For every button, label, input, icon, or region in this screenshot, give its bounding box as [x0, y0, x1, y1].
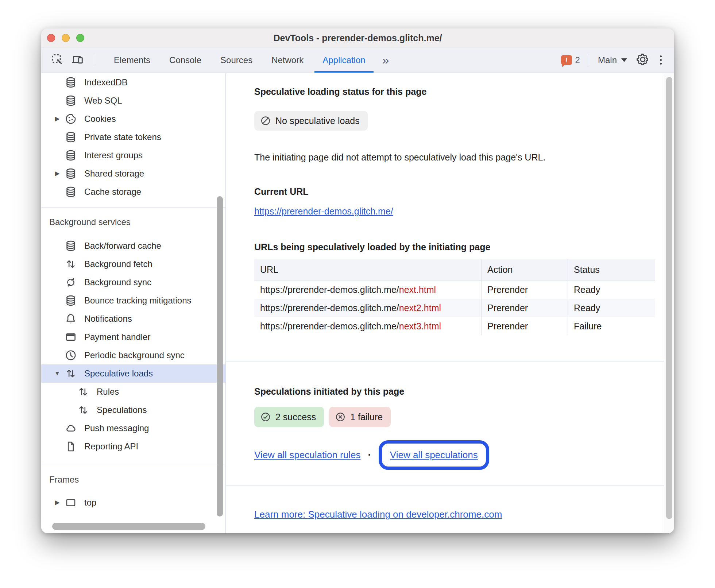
payment-card-icon	[65, 331, 77, 343]
sidebar-item-background-fetch[interactable]: Background fetch	[41, 255, 225, 273]
background-services-header: Background services	[49, 217, 131, 227]
sidebar-item-shared-storage[interactable]: ▶ Shared storage	[41, 165, 225, 183]
section-divider	[226, 486, 664, 486]
settings-button[interactable]	[636, 53, 650, 68]
sidebar-item-cookies[interactable]: ▶ Cookies	[41, 110, 225, 128]
sidebar-item-cache-storage[interactable]: Cache storage	[41, 183, 225, 201]
url-file-name: next3.html	[399, 321, 441, 332]
gear-icon	[636, 61, 650, 67]
customize-devtools-button[interactable]	[658, 54, 663, 66]
database-icon	[65, 76, 77, 89]
inspect-element-button[interactable]	[48, 51, 66, 69]
device-toolbar-icon	[71, 53, 85, 68]
chevron-down-icon: ▼	[53, 364, 61, 383]
sidebar-item-background-sync[interactable]: Background sync	[41, 273, 225, 291]
error-badge-icon: !	[561, 55, 572, 65]
cookie-icon	[65, 113, 77, 125]
sidebar-item-reporting-api[interactable]: Reporting API	[41, 437, 225, 456]
status-note: The initiating page did not attempt to s…	[254, 152, 545, 163]
database-icon	[65, 186, 77, 198]
up-down-arrows-icon	[65, 258, 77, 270]
frame-icon	[65, 496, 77, 509]
console-errors-button[interactable]: ! 2	[561, 55, 580, 65]
sidebar-item-indexeddb[interactable]: IndexedDB	[41, 73, 225, 92]
speculative-loads-panel: Speculative loading status for this page…	[225, 73, 674, 533]
highlight-annotation-box: View all speculations	[379, 440, 489, 470]
sidebar-item-websql[interactable]: Web SQL	[41, 92, 225, 110]
sync-arrows-icon	[65, 276, 77, 289]
table-row: https://prerender-demos.glitch.me/next3.…	[254, 317, 655, 335]
status-value: Failure	[568, 317, 655, 335]
column-header-url: URL	[254, 259, 481, 280]
sidebar-item-private-state-tokens[interactable]: Private state tokens	[41, 128, 225, 146]
cloud-icon	[65, 422, 77, 434]
sidebar-item-bounce-tracking[interactable]: Bounce tracking mitigations	[41, 291, 225, 310]
up-down-arrows-icon	[77, 386, 89, 398]
title-bar: DevTools - prerender-demos.glitch.me/	[41, 28, 674, 47]
speculations-heading: Speculations initiated by this page	[254, 386, 404, 397]
up-down-arrows-icon	[77, 404, 89, 416]
chevron-right-icon: ▶	[53, 494, 61, 512]
sidebar-item-speculative-loads[interactable]: ▼ Speculative loads	[41, 364, 225, 383]
sidebar-item-interest-groups[interactable]: Interest groups	[41, 146, 225, 165]
chevron-right-icon: ▶	[53, 110, 61, 128]
database-icon	[65, 294, 77, 307]
toolbar-divider	[589, 54, 589, 66]
view-all-speculations-link[interactable]: View all speculations	[390, 449, 478, 461]
view-all-speculation-rules-link[interactable]: View all speculation rules	[254, 449, 360, 461]
content-scrollbar-thumb[interactable]	[666, 77, 672, 519]
current-url-row: https://prerender-demos.glitch.me/	[254, 206, 393, 217]
tab-console[interactable]: Console	[160, 47, 211, 73]
more-tabs-button[interactable]: »	[375, 47, 396, 73]
learn-more-link[interactable]: Learn more: Speculative loading on devel…	[254, 509, 502, 520]
sidebar-item-back-forward-cache[interactable]: Back/forward cache	[41, 237, 225, 255]
section-divider	[226, 361, 664, 361]
sidebar-item-rules[interactable]: Rules	[41, 383, 225, 401]
database-icon	[65, 167, 77, 180]
content-scrollbar-track[interactable]	[664, 73, 674, 533]
table-row: https://prerender-demos.glitch.me/next.h…	[254, 281, 655, 299]
error-count: 2	[575, 55, 580, 65]
link-separator: ·	[368, 449, 371, 461]
frames-header: Frames	[49, 475, 79, 485]
table-row: https://prerender-demos.glitch.me/next2.…	[254, 299, 655, 317]
tab-sources[interactable]: Sources	[211, 47, 262, 73]
chevron-down-icon	[621, 58, 627, 62]
sidebar-section-divider	[41, 464, 225, 464]
check-circle-icon	[260, 411, 271, 422]
database-icon	[65, 149, 77, 162]
status-chip-row: No speculative loads	[254, 111, 368, 131]
tab-application[interactable]: Application	[313, 47, 375, 73]
x-circle-icon	[335, 411, 346, 422]
column-header-action: Action	[481, 259, 568, 280]
sidebar-item-speculations[interactable]: Speculations	[41, 401, 225, 419]
sidebar-item-top-frame[interactable]: ▶ top	[41, 494, 225, 512]
url-file-name: next2.html	[399, 303, 441, 313]
tab-network[interactable]: Network	[262, 47, 313, 73]
current-url-link[interactable]: https://prerender-demos.glitch.me/	[254, 206, 393, 216]
toolbar-right: ! 2 Main	[561, 47, 674, 73]
tab-elements[interactable]: Elements	[104, 47, 160, 73]
sidebar-item-periodic-background-sync[interactable]: Periodic background sync	[41, 346, 225, 364]
sidebar-item-notifications[interactable]: Notifications	[41, 310, 225, 328]
status-heading: Speculative loading status for this page	[254, 86, 426, 97]
status-value: Ready	[568, 299, 655, 317]
devtools-window: DevTools - prerender-demos.glitch.me/ El…	[41, 28, 674, 533]
table-heading: URLs being speculatively loaded by the i…	[254, 242, 490, 252]
toggle-device-toolbar-button[interactable]	[69, 51, 87, 69]
up-down-arrows-icon	[65, 367, 77, 380]
sidebar-vertical-scrollbar[interactable]	[217, 196, 223, 517]
speculation-result-chips: 2 success 1 failure	[254, 407, 391, 427]
sidebar-horizontal-scrollbar[interactable]	[52, 523, 205, 530]
database-icon	[65, 94, 77, 107]
speculative-urls-table: URL Action Status https://prerender-demo…	[254, 259, 655, 335]
sidebar-item-payment-handler[interactable]: Payment handler	[41, 328, 225, 346]
panel-tabs: Elements Console Sources Network Applica…	[104, 47, 396, 73]
sidebar-item-push-messaging[interactable]: Push messaging	[41, 419, 225, 437]
learn-more-row: Learn more: Speculative loading on devel…	[254, 509, 502, 520]
clock-icon	[65, 349, 77, 361]
database-icon	[65, 240, 77, 252]
speculation-links-row: View all speculation rules · View all sp…	[254, 437, 489, 473]
execution-context-selector[interactable]: Main	[598, 55, 627, 65]
url-file-name: next.html	[399, 285, 436, 295]
